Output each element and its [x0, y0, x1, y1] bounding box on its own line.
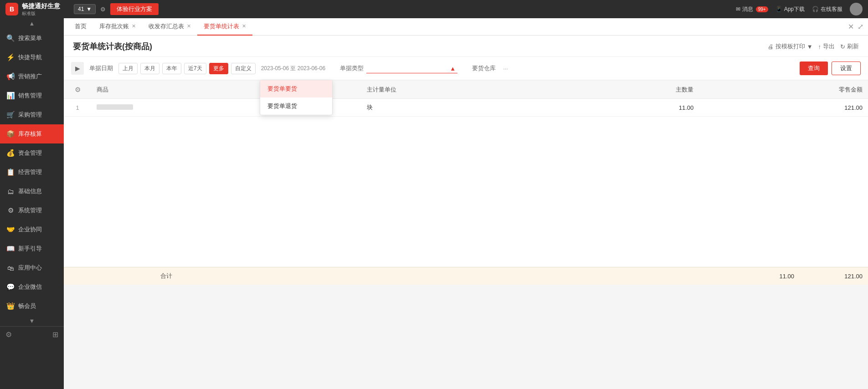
date-btn-last-month[interactable]: 上月	[118, 63, 138, 74]
sidebar-item-member[interactable]: 👑 畅会员	[0, 297, 64, 316]
col-header-qty: 主数量	[530, 81, 699, 99]
app-download-item[interactable]: 📱 App下载	[776, 5, 805, 13]
page-header-actions: 🖨 按模板打印 ▼ ↑ 导出 ↻ 刷新	[768, 42, 859, 51]
sidebar-item-appstore[interactable]: 🛍 应用中心	[0, 258, 64, 277]
tab-expand-icon[interactable]: ⤢	[858, 22, 863, 31]
print-action[interactable]: 🖨 按模板打印 ▼	[768, 42, 813, 51]
sidebar-item-operations[interactable]: 📋 经营管理	[0, 163, 64, 182]
industry-button[interactable]: 体验行业方案	[110, 3, 159, 15]
shortcut-icon: ⚡	[6, 53, 15, 61]
sidebar-item-search[interactable]: 🔍 搜索菜单	[0, 29, 64, 48]
tab-bar-actions: ✕ ⤢	[848, 22, 863, 31]
sidebar-item-enterprise[interactable]: 🤝 企业协同	[0, 220, 64, 239]
sidebar-label-member: 畅会员	[18, 302, 36, 310]
tab-receive-summary[interactable]: 收发存汇总表 ✕	[142, 18, 197, 36]
sidebar-item-sales[interactable]: 📊 销售管理	[0, 86, 64, 105]
date-btn-more[interactable]: 更多	[209, 63, 228, 74]
sidebar-item-inventory[interactable]: 📦 库存核算	[0, 124, 64, 143]
sidebar-label-basic: 基础信息	[18, 187, 42, 195]
settings-icon[interactable]: ⚙	[100, 6, 106, 13]
refresh-label: 刷新	[847, 42, 859, 51]
tab-inventory-batch-label: 库存批次账	[99, 22, 129, 31]
export-label: 导出	[823, 42, 835, 51]
export-action[interactable]: ↑ 导出	[818, 42, 835, 51]
brand-sub: 标准版	[22, 10, 60, 16]
total-label: 合计	[69, 272, 172, 280]
online-service-label: 在线客服	[821, 5, 842, 13]
col-settings-icon[interactable]: ⚙	[75, 86, 81, 93]
dropdown-item-order-goods[interactable]: 要货单要货	[260, 80, 332, 97]
avatar[interactable]	[850, 3, 863, 15]
basic-icon: 🗂	[6, 188, 15, 195]
tab-bar: 首页 库存批次账 ✕ 收发存汇总表 ✕ 要货单统计表 ✕ ✕ ⤢	[64, 18, 868, 36]
logo-area: B 畅捷通好生意 标准版	[5, 2, 69, 16]
date-btn-this-month[interactable]: 本月	[140, 63, 159, 74]
header-middle: 41 ▼ ⚙ 体验行业方案	[69, 3, 736, 15]
filter-expand-button[interactable]: ▶	[71, 62, 84, 75]
tab-close-all-icon[interactable]: ✕	[848, 22, 854, 31]
online-service-item[interactable]: 🎧 在线客服	[812, 5, 842, 13]
sidebar-settings-icon[interactable]: ⚙	[5, 330, 12, 339]
sidebar-label-marketing: 营销推广	[18, 72, 42, 81]
type-filter-label: 单据类型	[340, 64, 364, 72]
app-download-label: App下载	[784, 5, 805, 13]
query-button[interactable]: 查询	[800, 61, 828, 75]
sidebar-label-guide: 新手引导	[18, 245, 42, 253]
sidebar-item-basic[interactable]: 🗂 基础信息	[0, 182, 64, 201]
purchase-icon: 🛒	[6, 111, 15, 119]
refresh-icon: ↻	[840, 43, 845, 50]
sidebar-label-finance: 资金管理	[18, 149, 42, 157]
type-selector: 单据类型 ▲	[340, 63, 457, 73]
sidebar-item-system[interactable]: ⚙ 系统管理	[0, 201, 64, 220]
col-header-amount: 零售金额	[699, 81, 868, 99]
sidebar-bottom: ⚙ ⊞	[0, 326, 64, 343]
warehouse-dots-icon[interactable]: ···	[503, 65, 508, 72]
sidebar-item-purchase[interactable]: 🛒 采购管理	[0, 105, 64, 124]
type-dropdown: 要货单要货 要货单退货	[260, 80, 333, 115]
product-placeholder	[97, 104, 133, 110]
logo-icon: B	[5, 3, 18, 15]
page-header: 要货单统计表(按商品) 🖨 按模板打印 ▼ ↑ 导出 ↻ 刷新	[64, 36, 868, 57]
refresh-action[interactable]: ↻ 刷新	[840, 42, 859, 51]
row-index: 1	[64, 99, 91, 117]
sidebar-label-wechat: 企业微信	[18, 283, 42, 291]
sidebar-collapse-icon[interactable]: ⊞	[52, 330, 58, 339]
sidebar-label-system: 系统管理	[18, 206, 42, 215]
messages-item[interactable]: ✉ 消息 99+	[736, 5, 768, 13]
tab-inventory-batch-close[interactable]: ✕	[132, 23, 136, 29]
operations-icon: 📋	[6, 168, 15, 176]
total-row: 合计 11.00 121.00	[64, 267, 868, 285]
tab-receive-summary-close[interactable]: ✕	[187, 23, 191, 29]
sidebar-item-marketing[interactable]: 📢 营销推广	[0, 67, 64, 86]
dropdown-item-order-return[interactable]: 要货单退货	[260, 97, 332, 115]
sidebar-scroll-up[interactable]: ▲	[0, 18, 64, 29]
sidebar-item-wechat[interactable]: 💬 企业微信	[0, 277, 64, 297]
tab-inventory-batch[interactable]: 库存批次账 ✕	[93, 18, 142, 36]
filter-actions: 查询 设置	[800, 61, 861, 75]
type-chevron-up-icon[interactable]: ▲	[450, 65, 456, 72]
store-selector[interactable]: 41 ▼	[74, 4, 96, 14]
data-table: ⚙ 商品 主计量单位 主数量 零售金额 1	[64, 81, 868, 117]
marketing-icon: 📢	[6, 72, 15, 81]
settings-button[interactable]: 设置	[832, 61, 861, 75]
total-values: 11.00 121.00	[703, 273, 863, 280]
sidebar-item-guide[interactable]: 📖 新手引导	[0, 239, 64, 258]
date-btn-custom[interactable]: 自定义	[231, 63, 256, 74]
total-qty: 11.00	[703, 273, 794, 280]
tab-order-summary[interactable]: 要货单统计表 ✕	[197, 18, 252, 36]
tab-order-summary-close[interactable]: ✕	[242, 23, 246, 29]
type-input[interactable]	[366, 63, 457, 73]
messages-badge: 99+	[756, 6, 768, 12]
col-header-settings: ⚙	[64, 81, 91, 99]
date-btn-7days[interactable]: 近7天	[184, 63, 206, 74]
sidebar-item-finance[interactable]: 💰 资金管理	[0, 143, 64, 163]
sidebar-item-shortcut[interactable]: ⚡ 快捷导航	[0, 48, 64, 67]
date-btn-this-year[interactable]: 本年	[162, 63, 181, 74]
total-amount: 121.00	[794, 273, 863, 280]
sidebar-scroll-down[interactable]: ▼	[0, 316, 64, 326]
messages-label: 消息	[742, 5, 753, 13]
sidebar-label-operations: 经营管理	[18, 168, 42, 176]
tab-home[interactable]: 首页	[68, 18, 93, 36]
date-filter-group: 上月 本月 本年 近7天 更多 自定义	[118, 63, 256, 74]
mobile-icon: 📱	[776, 6, 782, 12]
